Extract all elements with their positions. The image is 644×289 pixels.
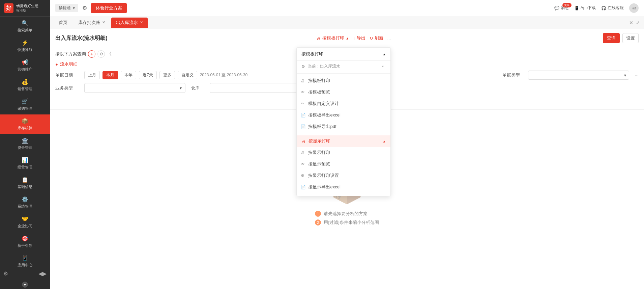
dropdown-template-print[interactable]: 🖨 按模板打印 bbox=[297, 75, 390, 86]
tab-home[interactable]: 首页 bbox=[54, 18, 72, 28]
dropdown-template-pdf[interactable]: 📄 按模板导出pdf bbox=[297, 121, 390, 132]
topbar-settings-icon[interactable]: ⚙ bbox=[82, 5, 87, 11]
purchase-label: 采购管理 bbox=[18, 106, 32, 111]
sidebar-item-apps[interactable]: 📱应用中心 bbox=[0, 252, 50, 267]
display-excel-icon: 📄 bbox=[301, 185, 306, 189]
collab-label: 企业协同 bbox=[18, 224, 32, 229]
sidebar-logo: 好 畅捷通好生意 标准版 bbox=[0, 0, 50, 17]
topbar-right: 💬 消息 99+ 📱 App下载 🎧 在线客服 Rit bbox=[554, 3, 639, 13]
sidebar-item-guide[interactable]: 🎯新手引导 bbox=[0, 232, 50, 252]
filter-this-year-btn[interactable]: 本年 bbox=[121, 71, 136, 79]
avatar[interactable]: Rit bbox=[629, 3, 639, 13]
logo-icon: 好 bbox=[4, 3, 13, 13]
sidebar-item-sales[interactable]: 💰销售管理 bbox=[0, 75, 50, 95]
biz-type-select[interactable]: ▾ bbox=[84, 83, 185, 93]
sales-label: 销售管理 bbox=[18, 86, 32, 91]
refresh-icon: ↻ bbox=[370, 36, 373, 41]
tabbar-right: ✕ ⤢ bbox=[629, 20, 640, 25]
scheme-settings-btn[interactable]: ⚙ bbox=[97, 50, 105, 58]
tip-num-2: 2 bbox=[315, 219, 321, 226]
sidebar-item-search[interactable]: 🔍搜索菜单 bbox=[0, 17, 50, 36]
sidebar-item-finance[interactable]: 🏦资金管理 bbox=[0, 134, 50, 154]
sidebar-scroll-down[interactable]: ▼ bbox=[22, 282, 28, 288]
quick-nav-icon: ⚡ bbox=[22, 40, 28, 46]
empty-tip-2: 2 用[过滤]条件来缩小分析范围 bbox=[315, 219, 379, 226]
collab-icon: 🤝 bbox=[22, 216, 28, 222]
sidebar-item-basic[interactable]: 📋基础信息 bbox=[0, 173, 50, 193]
filter-last-month-btn[interactable]: 上月 bbox=[84, 71, 100, 79]
tab-inventory-batch[interactable]: 库存批次账 ✕ bbox=[74, 18, 110, 28]
dropdown-template-preview[interactable]: 👁 按模板预览 bbox=[297, 86, 390, 98]
settings-icon[interactable]: ⚙ bbox=[3, 270, 8, 277]
export-btn[interactable]: ↑ 导出 bbox=[353, 35, 365, 41]
preview-icon: 👁 bbox=[301, 90, 305, 95]
sidebar-item-inventory[interactable]: 📦库存核算 bbox=[0, 114, 50, 134]
sidebar: 好 畅捷通好生意 标准版 🔍搜索菜单⚡快捷导航📢营销推广💰销售管理🛒采购管理📦库… bbox=[0, 0, 50, 289]
empty-tip-2-text: 用[过滤]条件来缩小分析范围 bbox=[324, 219, 379, 226]
add-scheme-btn[interactable]: + bbox=[88, 50, 95, 58]
online-service-btn[interactable]: 🎧 在线客服 bbox=[601, 5, 624, 11]
message-btn[interactable]: 💬 消息 99+ bbox=[554, 5, 569, 11]
page-header-actions: 🖨 按模板打印 ▲ ↑ 导出 ↻ 刷新 ... bbox=[317, 35, 391, 41]
page-header: 出入库流水(流水明细) 🖨 按模板打印 ▲ ↑ 导出 ↻ 刷新 bbox=[50, 29, 644, 46]
display-section-chevron: ▲ bbox=[383, 139, 386, 143]
filter-more-btn[interactable]: 更多 bbox=[159, 71, 175, 79]
filter-last-7days-btn[interactable]: 近7天 bbox=[139, 71, 157, 79]
sidebar-item-quick-nav[interactable]: ⚡快捷导航 bbox=[0, 36, 50, 56]
settings-btn[interactable]: 设置 bbox=[622, 33, 639, 43]
quick-nav-label: 快捷导航 bbox=[18, 47, 32, 52]
sidebar-item-operations[interactable]: 📊经营管理 bbox=[0, 154, 50, 173]
empty-tip-1: 1 请先选择要分析的方案 bbox=[315, 211, 379, 217]
flow-detail-label[interactable]: ● 流水明细 bbox=[55, 61, 78, 67]
marketing-label: 营销推广 bbox=[18, 67, 32, 72]
dropdown-display-preview[interactable]: 👁 按显示预览 bbox=[297, 158, 390, 170]
scheme-collapse-btn[interactable]: 《 bbox=[107, 51, 112, 57]
dropdown-template-custom[interactable]: ✏ 模板自定义设计 bbox=[297, 98, 390, 109]
finance-label: 资金管理 bbox=[18, 145, 32, 150]
dropdown-display-excel[interactable]: 📄 按显示导出excel bbox=[297, 181, 390, 193]
print-dropdown-panel: 按模板打印 ▲ ⚙ 当前：出入库流水 ▾ bbox=[296, 47, 391, 196]
dropdown-template-excel[interactable]: 📄 按模板导出excel bbox=[297, 109, 390, 121]
biz-type-label: 业务类型 bbox=[55, 85, 79, 91]
display-print-section-icon: 🖨 bbox=[301, 139, 306, 144]
sidebar-item-purchase[interactable]: 🛒采购管理 bbox=[0, 95, 50, 114]
dropdown-display-print[interactable]: 🖨 按显示打印 bbox=[297, 147, 390, 158]
tab-inventory-flow[interactable]: 出入库流水 ✕ bbox=[111, 18, 148, 28]
topbar-user-area[interactable]: 畅捷通 ▾ bbox=[55, 4, 78, 12]
dropdown-display-pdf[interactable]: 📄 按显示导出pdf bbox=[297, 193, 390, 196]
basic-icon: 📋 bbox=[22, 177, 28, 183]
print-template-btn[interactable]: 🖨 按模板打印 ▲ bbox=[317, 35, 349, 41]
date-filter-controls: 上月 本月 本年 近7天 更多 自定义 2023-06-01 至 2023-06… bbox=[84, 71, 497, 79]
message-icon: 💬 bbox=[554, 6, 559, 10]
trial-btn[interactable]: 体验行业方案 bbox=[91, 3, 127, 13]
warehouse-select[interactable]: ··· bbox=[210, 83, 311, 93]
dropdown-collapse-icon[interactable]: ▲ bbox=[383, 52, 386, 56]
query-scheme-label: 按以下方案查询 bbox=[55, 51, 86, 57]
excel-icon: 📄 bbox=[301, 113, 306, 117]
doc-type-select[interactable]: ▾ bbox=[528, 71, 629, 80]
app-download-btn[interactable]: 📱 App下载 bbox=[574, 5, 596, 11]
close-inventory-flow-icon[interactable]: ✕ bbox=[140, 20, 143, 25]
tabbar: 首页 库存批次账 ✕ 出入库流水 ✕ ✕ ⤢ bbox=[50, 16, 644, 29]
dropdown-display-section[interactable]: 🖨 按显示打印 ▲ bbox=[297, 135, 390, 147]
system-icon: ⚙️ bbox=[22, 196, 28, 203]
sidebar-item-marketing[interactable]: 📢营销推广 bbox=[0, 56, 50, 75]
filter-this-month-btn[interactable]: 本月 bbox=[103, 71, 118, 79]
doc-type-more-icon[interactable]: ··· bbox=[635, 73, 639, 78]
close-window-icon[interactable]: ✕ bbox=[629, 20, 633, 25]
sidebar-item-system[interactable]: ⚙️系统管理 bbox=[0, 193, 50, 212]
query-btn[interactable]: 查询 bbox=[603, 33, 620, 43]
logo-text: 畅捷通好生意 bbox=[16, 3, 38, 8]
dropdown-display-settings[interactable]: ⚙ 按显示打印设置 bbox=[297, 170, 390, 181]
pdf-icon: 📄 bbox=[301, 124, 306, 129]
topbar-dropdown-icon[interactable]: ▾ bbox=[73, 6, 75, 10]
expand-window-icon[interactable]: ⤢ bbox=[636, 20, 640, 25]
dropdown-current[interactable]: ⚙ 当前：出入库流水 ▾ bbox=[297, 61, 390, 72]
dropdown-scroll: ⚙ 当前：出入库流水 ▾ 🖨 按模板打印 👁 bbox=[297, 61, 390, 196]
refresh-btn[interactable]: ↻ 刷新 bbox=[370, 35, 383, 41]
sidebar-item-collab[interactable]: 🤝企业协同 bbox=[0, 212, 50, 232]
chevron-right-icon: ▾ bbox=[382, 64, 384, 68]
filter-custom-btn[interactable]: 自定义 bbox=[178, 71, 197, 79]
close-inventory-batch-icon[interactable]: ✕ bbox=[102, 20, 105, 25]
collapse-sidebar-icon[interactable]: ◀▶ bbox=[38, 270, 47, 277]
